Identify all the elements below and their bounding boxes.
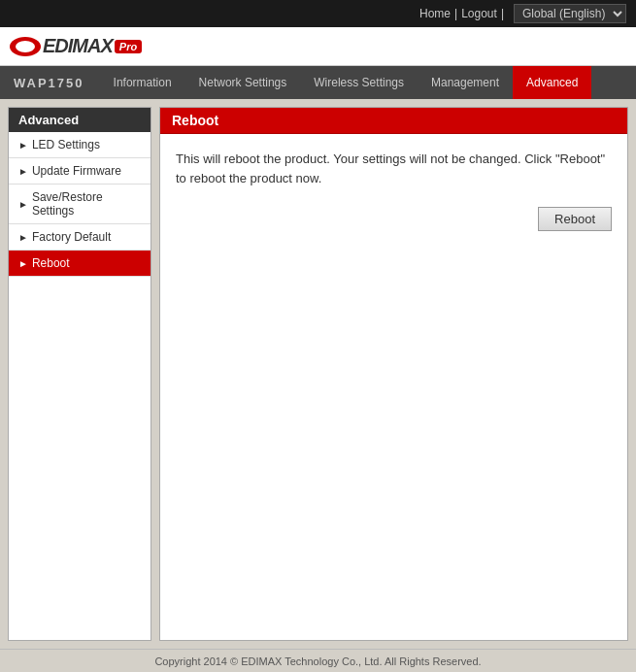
logo-area: EDIMAX Pro [10,35,142,57]
language-select[interactable]: Global (English)ChineseGermanFrenchSpani… [514,4,626,23]
nav-bar: WAP1750 Information Network Settings Wir… [0,66,636,99]
arrow-icon: ► [18,166,28,177]
sidebar-item-reboot-label: Reboot [32,256,70,270]
sidebar: Advanced ► LED Settings ► Update Firmwar… [8,107,151,641]
reboot-button-row: Reboot [176,207,612,231]
arrow-icon: ► [18,199,28,210]
sidebar-item-factory-default[interactable]: ► Factory Default [9,224,151,251]
logo-oval-icon [10,37,41,56]
footer-text: Copyright 2014 © EDIMAX Technology Co., … [154,655,481,667]
sidebar-item-led-settings[interactable]: ► LED Settings [9,132,151,158]
sidebar-item-save-label: Save/Restore Settings [32,190,141,218]
separator-1: | [454,7,457,20]
sidebar-item-reboot[interactable]: ► Reboot [9,251,151,277]
footer: Copyright 2014 © EDIMAX Technology Co., … [0,649,636,672]
logout-link[interactable]: Logout [461,7,497,20]
logo-bar: EDIMAX Pro [0,27,636,66]
content-body: This will reboot the product. Your setti… [160,134,627,247]
nav-information[interactable]: Information [100,66,185,99]
device-name: WAP1750 [10,66,100,99]
logo-oval-inner [16,41,35,52]
nav-wireless-settings[interactable]: Wireless Settings [300,66,418,99]
logo-edimax-text: EDIMAX [43,35,113,57]
sidebar-header: Advanced [9,108,151,132]
arrow-icon: ► [18,232,28,243]
nav-advanced[interactable]: Advanced [513,66,591,99]
separator-2: | [501,7,504,20]
arrow-icon: ► [18,258,28,269]
sidebar-item-led-label: LED Settings [32,138,100,151]
nav-network-settings[interactable]: Network Settings [185,66,301,99]
content-header: Reboot [160,108,627,134]
content-area: Reboot This will reboot the product. You… [159,107,628,641]
sidebar-item-save-restore[interactable]: ► Save/Restore Settings [9,185,151,224]
nav-management[interactable]: Management [418,66,513,99]
sidebar-item-factory-label: Factory Default [32,230,111,244]
logo-pro-text: Pro [115,40,142,53]
sidebar-item-update-firmware[interactable]: ► Update Firmware [9,158,151,185]
home-link[interactable]: Home [419,7,451,20]
arrow-icon: ► [18,140,28,151]
main-layout: Advanced ► LED Settings ► Update Firmwar… [0,99,636,649]
top-bar: Home | Logout | Global (English)ChineseG… [0,0,636,27]
reboot-message: This will reboot the product. Your setti… [176,150,612,187]
sidebar-item-firmware-label: Update Firmware [32,164,121,178]
reboot-button[interactable]: Reboot [538,207,612,231]
